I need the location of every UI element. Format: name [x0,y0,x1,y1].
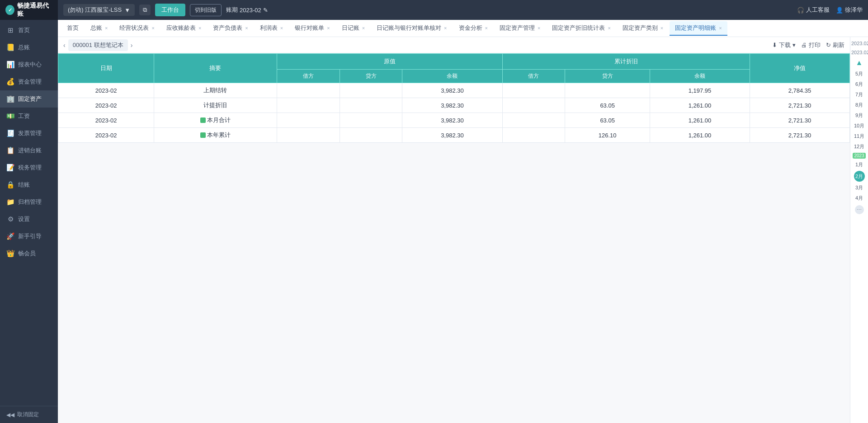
sidebar-icon-member: 👑 [6,249,14,258]
cell-orig-debit [277,98,340,113]
right-panel-active-month[interactable]: 2月 [854,171,865,182]
right-panel-year-badge: 2023 [853,153,865,159]
sidebar-item-fund[interactable]: 💰资金管理 [0,73,58,90]
tab-bank-check[interactable]: 日记账与银行对账单核对× [371,21,452,36]
user-avatar[interactable]: 👤 徐泽华 [836,6,863,14]
right-panel-month[interactable]: 9月 [850,110,868,121]
cell-date: 2023-02 [58,113,154,128]
tab-close-fixed-depr[interactable]: × [608,25,610,31]
tab-receivable[interactable]: 应收账龄表× [161,21,207,36]
human-service[interactable]: 🎧 人工客服 [797,6,830,14]
cell-orig-credit [340,128,402,143]
right-panel-up-arrow[interactable]: ▲ [854,57,865,69]
tab-close-status[interactable]: × [151,25,154,31]
tab-fixed-type[interactable]: 固定资产类别× [617,21,669,36]
tab-fixed-depr[interactable]: 固定资产折旧统计表× [547,21,616,36]
cell-depr-credit: 63.05 [565,113,650,128]
tab-fixed-manage[interactable]: 固定资产管理× [494,21,546,36]
sidebar: ✓ 畅捷通易代账 ⊞首页📒总账📊报表中心💰资金管理🏢固定资产💵工资🧾发票管理📋进… [0,0,58,423]
th-depr-balance: 余额 [650,70,750,83]
right-panel-scroll-button[interactable]: ⋯ [855,205,864,214]
th-orig-debit: 借方 [277,70,340,83]
right-panel-month[interactable]: 1月 [850,160,868,170]
fixed-asset-detail-table: 日期 摘要 原值 累计折旧 净值 借方 贷方 余额 借方 贷方 余额 [58,53,850,143]
right-panel-month[interactable]: 11月 [850,131,868,141]
sidebar-item-archive[interactable]: 📁归档管理 [0,193,58,211]
right-panel-year-top[interactable]: 2023.02 [850,39,868,48]
right-panel-month[interactable]: 4月 [850,193,868,203]
tab-home[interactable]: 首页 [61,21,84,36]
sidebar-item-tax[interactable]: 📝税务管理 [0,159,58,176]
cell-depr-credit [565,83,650,98]
right-panel-month[interactable]: 10月 [850,121,868,131]
tab-close-profit[interactable]: × [280,25,283,31]
cell-net: 2,721.30 [750,113,849,128]
sub-header: ‹ 000001 联想笔记本 › ⬇ 下载 ▾ 🖨 打印 ↻ [58,37,850,53]
sub-tab-item[interactable]: 000001 联想笔记本 [68,39,128,51]
sidebar-item-reports[interactable]: 📊报表中心 [0,56,58,73]
right-panel-month[interactable]: 6月 [850,79,868,89]
sidebar-item-invoice[interactable]: 🧾发票管理 [0,125,58,142]
th-orig-credit: 贷方 [340,70,402,83]
sidebar-item-wage[interactable]: 💵工资 [0,108,58,125]
pin-icon: ◀◀ [6,412,14,418]
sidebar-item-guide[interactable]: 🚀新手引导 [0,228,58,245]
tab-general[interactable]: 总账× [85,21,113,36]
tab-close-bank[interactable]: × [327,25,330,31]
right-panel-month[interactable]: 8月 [850,100,868,110]
period-edit-icon[interactable]: ✎ [263,7,268,14]
right-panel-month[interactable]: 12月 [850,141,868,152]
tab-close-general[interactable]: × [105,25,108,31]
headset-icon: 🎧 [797,7,804,14]
sidebar-label-archive: 归档管理 [18,198,42,206]
right-panel-month[interactable]: 3月 [850,183,868,193]
sidebar-item-closing[interactable]: 🔒结账 [0,176,58,193]
cell-orig-balance: 3,982.30 [402,83,502,98]
tab-close-fixed-detail[interactable]: × [719,25,722,31]
tab-status[interactable]: 经营状况表× [114,21,160,36]
sidebar-item-home[interactable]: ⊞首页 [0,22,58,39]
tab-fixed-detail[interactable]: 固定资产明细账× [670,21,727,36]
switch-old-button[interactable]: 切到旧版 [190,4,222,16]
right-panel: 2023.022023.02▲5月6月7月8月9月10月11月12月20231月… [850,37,868,423]
sidebar-pin[interactable]: ◀◀ 取消固定 [0,406,58,423]
download-button[interactable]: ⬇ 下载 ▾ [772,41,796,49]
tab-close-journal[interactable]: × [362,25,365,31]
cell-depr-debit [502,98,565,113]
print-button[interactable]: 🖨 打印 [801,41,821,49]
sidebar-item-sales[interactable]: 📋进销台账 [0,142,58,159]
tab-bank[interactable]: 银行对账单× [289,21,335,36]
cell-depr-balance: 1,197.95 [650,83,750,98]
tab-journal[interactable]: 日记账× [336,21,370,36]
cell-net: 2,721.30 [750,98,849,113]
tab-close-fixed-manage[interactable]: × [538,25,540,31]
right-panel-year-top2[interactable]: 2023.02 [850,48,868,57]
tab-label-profit: 利润表 [260,24,278,32]
company-selector[interactable]: (勿动) 江西服宝-LSS ▼ [63,4,135,16]
nav-prev[interactable]: ‹ [63,42,66,49]
right-panel-month[interactable]: 7月 [850,89,868,100]
tab-assets[interactable]: 资产负债表× [208,21,253,36]
sidebar-item-fixed[interactable]: 🏢固定资产 [0,90,58,108]
sidebar-item-general[interactable]: 📒总账 [0,39,58,56]
cell-orig-credit [340,98,402,113]
tab-profit[interactable]: 利润表× [255,21,288,36]
refresh-button[interactable]: ↻ 刷新 [826,41,844,49]
tab-close-receivable[interactable]: × [198,25,201,31]
th-date: 日期 [58,54,154,83]
sidebar-label-guide: 新手引导 [18,232,42,240]
cell-net: 2,721.30 [750,128,849,143]
tab-close-fixed-type[interactable]: × [660,25,663,31]
sidebar-item-settings[interactable]: ⚙设置 [0,211,58,228]
cell-orig-balance: 3,982.30 [402,128,502,143]
right-panel-month[interactable]: 5月 [850,69,868,79]
tab-close-assets[interactable]: × [245,25,248,31]
workbench-button[interactable]: 工作台 [155,4,185,16]
tab-fund[interactable]: 资金分析× [453,21,493,36]
sidebar-item-member[interactable]: 👑畅会员 [0,245,58,262]
cell-orig-credit [340,83,402,98]
copy-button[interactable]: ⧉ [139,5,151,15]
nav-next[interactable]: › [131,42,133,49]
tab-close-bank-check[interactable]: × [444,25,447,31]
tab-close-fund[interactable]: × [485,25,488,31]
